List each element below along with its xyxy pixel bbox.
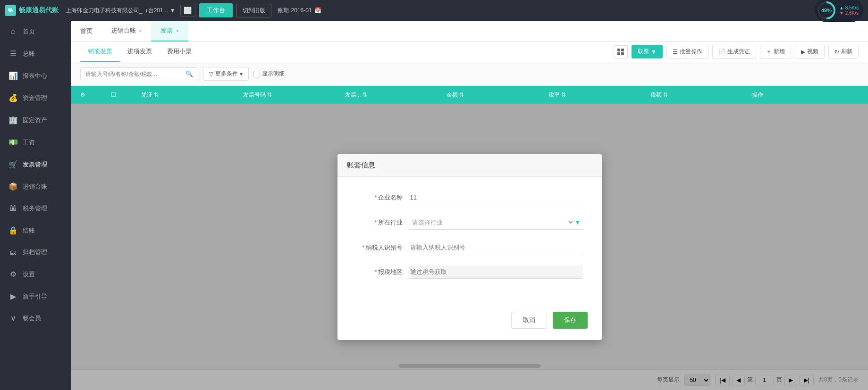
- account-info-modal: 账套信息 企业名称 所在行业: [337, 154, 602, 340]
- show-detail-checkbox-area[interactable]: 显示明细: [253, 70, 285, 78]
- sidebar-item-tax[interactable]: 🏛 税务管理: [0, 198, 71, 219]
- th-tax-amount[interactable]: 税额 ⇅: [650, 91, 752, 99]
- sidebar-label-invoice: 发票管理: [23, 160, 47, 169]
- company-dropdown-arrow[interactable]: ▼: [170, 7, 176, 14]
- modal-overlay: 账套信息 企业名称 所在行业: [71, 104, 868, 390]
- industry-select-wrapper[interactable]: 请选择行业 ▼: [408, 216, 583, 230]
- tab-close-invoice[interactable]: ×: [176, 28, 178, 33]
- period-value: 2016-01: [291, 7, 312, 14]
- logo-icon: 畅: [5, 5, 16, 16]
- search-input[interactable]: [85, 71, 183, 77]
- workbench-button[interactable]: 工作台: [199, 3, 233, 17]
- sidebar-item-settings[interactable]: ⚙ 设置: [0, 263, 71, 285]
- sidebar-label-member: 畅会员: [23, 314, 41, 323]
- th-sort-invoice-type[interactable]: ⇅: [362, 91, 367, 98]
- sidebar-label-payroll: 工资: [23, 138, 35, 147]
- get-ticket-label: 取票: [638, 48, 649, 56]
- sidebar-label-guide: 新手引导: [23, 292, 47, 301]
- sidebar-label-home: 首页: [23, 27, 35, 36]
- sidebar-item-purchase[interactable]: 📦 进销台账: [0, 175, 71, 198]
- show-detail-checkbox[interactable]: [253, 71, 260, 77]
- sub-nav: 销项发票 进项发票 费用小票 取票 ▼ ☰: [71, 41, 868, 62]
- th-voucher[interactable]: 凭证 ⇅: [141, 91, 243, 99]
- sidebar-item-archive[interactable]: 🗂 归档管理: [0, 241, 71, 263]
- app-container: 畅 畅康通易代账 上海卯金刀电子科技有限公司_（台201... ▼ ⬜ 工作台 …: [0, 0, 868, 390]
- sidebar-label-settings: 设置: [23, 270, 35, 279]
- tab-invoice[interactable]: 发票 ×: [151, 21, 188, 41]
- show-detail-label: 显示明细: [262, 70, 285, 78]
- sidebar-item-guide[interactable]: ▶ 新手引导: [0, 285, 71, 307]
- calendar-icon[interactable]: 📅: [314, 7, 321, 14]
- cancel-button[interactable]: 取消: [511, 312, 547, 329]
- chevron-down-icon: ▾: [240, 71, 243, 77]
- sidebar-item-close[interactable]: 🔒 结账: [0, 219, 71, 241]
- th-invoice-number[interactable]: 发票号码 ⇅: [243, 91, 345, 99]
- period-label: 账期: [278, 7, 289, 15]
- copy-icon-btn[interactable]: ⬜: [180, 4, 195, 17]
- member-icon: V: [8, 315, 18, 322]
- sidebar-label-assets: 固定资产: [23, 116, 47, 124]
- svg-rect-5: [621, 52, 624, 55]
- subnav-sales-invoice[interactable]: 销项发票: [80, 41, 120, 62]
- company-name-label: 企业名称: [356, 193, 408, 202]
- search-wrapper: 🔍: [80, 67, 198, 80]
- th-invoice-type[interactable]: 发票... ⇅: [345, 91, 447, 99]
- sidebar-item-invoice[interactable]: 🛒 发票管理: [0, 153, 71, 175]
- old-version-button[interactable]: 切到旧版: [236, 4, 271, 17]
- sidebar-item-assets[interactable]: 🏢 固定资产: [0, 109, 71, 131]
- sidebar: ⌂ 首页 ☰ 总账 📊 报表中心 💰 资金管理 🏢 固定资产 💵 工资: [0, 21, 71, 390]
- add-new-button[interactable]: ＋ 新增: [760, 45, 791, 58]
- company-selector[interactable]: 上海卯金刀电子科技有限公司_（台201... ▼: [66, 7, 176, 15]
- company-name: 上海卯金刀电子科技有限公司_（台201...: [66, 7, 168, 15]
- company-name-input[interactable]: [408, 191, 583, 204]
- funds-icon: 💰: [8, 93, 18, 102]
- refresh-button[interactable]: ↻ 刷新: [828, 45, 859, 58]
- th-sort-tax-rate[interactable]: ⇅: [561, 91, 566, 98]
- form-row-tax-region: 报税地区: [356, 266, 583, 279]
- th-tax-rate[interactable]: 税率 ⇅: [548, 91, 650, 99]
- subnav-expense-receipt[interactable]: 费用小票: [160, 41, 199, 62]
- sidebar-label-reports: 报表中心: [23, 72, 47, 80]
- subnav-purchase-invoice[interactable]: 进项发票: [120, 41, 160, 62]
- th-checkbox[interactable]: ☐: [111, 91, 142, 98]
- filter-bar: 🔍 ▽ 更多条件 ▾ 显示明细: [71, 62, 868, 86]
- search-icon[interactable]: 🔍: [185, 70, 193, 77]
- modal-header: 账套信息: [337, 154, 602, 177]
- sidebar-label-tax: 税务管理: [23, 204, 47, 213]
- app-logo: 畅 畅康通易代账: [5, 5, 59, 16]
- th-sort-invoice-number[interactable]: ⇅: [267, 91, 272, 98]
- top-bar: 畅 畅康通易代账 上海卯金刀电子科技有限公司_（台201... ▼ ⬜ 工作台 …: [0, 0, 868, 21]
- sidebar-item-funds[interactable]: 💰 资金管理: [0, 87, 71, 109]
- industry-select[interactable]: 请选择行业: [410, 218, 574, 226]
- sidebar-item-home[interactable]: ⌂ 首页: [0, 21, 71, 42]
- tab-home[interactable]: 首页: [71, 21, 102, 41]
- grid-view-button[interactable]: [614, 45, 628, 58]
- industry-dropdown-arrow[interactable]: ▼: [574, 218, 581, 226]
- refresh-icon: ↻: [834, 49, 839, 55]
- tax-region-label: 报税地区: [356, 268, 408, 276]
- reports-icon: 📊: [8, 71, 18, 80]
- ticket-dropdown-arrow[interactable]: ▼: [651, 49, 657, 55]
- th-sort-voucher[interactable]: ⇅: [154, 91, 159, 98]
- th-sort-tax-amount[interactable]: ⇅: [663, 91, 668, 98]
- get-ticket-button[interactable]: 取票 ▼: [632, 45, 663, 58]
- sidebar-item-reports[interactable]: 📊 报表中心: [0, 65, 71, 87]
- tab-close-purchase[interactable]: ×: [139, 28, 142, 33]
- save-button[interactable]: 保存: [553, 312, 588, 329]
- th-amount[interactable]: 金额 ⇅: [447, 91, 548, 99]
- bulk-op-button[interactable]: ☰ 批量操作: [666, 45, 708, 58]
- sidebar-item-payroll[interactable]: 💵 工资: [0, 131, 71, 153]
- archive-icon: 🗂: [8, 248, 18, 257]
- sidebar-item-member[interactable]: V 畅会员: [0, 307, 71, 329]
- tab-purchase-ledger[interactable]: 进销台账 ×: [102, 21, 151, 41]
- tax-id-input[interactable]: [408, 241, 583, 254]
- th-sort-amount[interactable]: ⇅: [459, 91, 464, 98]
- th-settings[interactable]: ⚙: [80, 91, 111, 98]
- form-row-company: 企业名称: [356, 191, 583, 204]
- more-conditions-button[interactable]: ▽ 更多条件 ▾: [203, 67, 249, 81]
- video-button[interactable]: ▶ 视频: [795, 45, 825, 58]
- close-accounts-icon: 🔒: [8, 226, 18, 235]
- gen-voucher-button[interactable]: 📄 生成凭证: [712, 45, 756, 58]
- sidebar-item-ledger[interactable]: ☰ 总账: [0, 42, 71, 65]
- guide-icon: ▶: [8, 292, 18, 301]
